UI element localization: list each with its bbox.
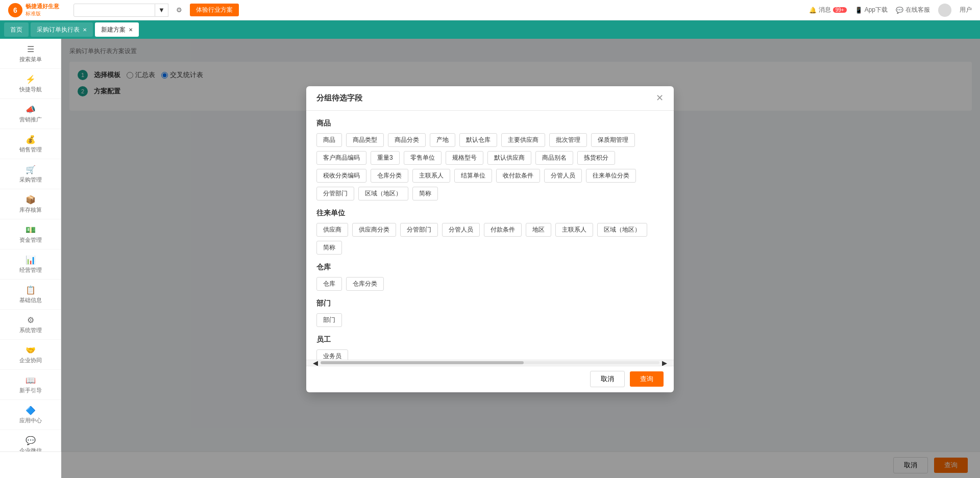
field-chip-1-4[interactable]: 付款条件 bbox=[484, 223, 522, 237]
scroll-thumb[interactable] bbox=[321, 361, 524, 364]
tab-new-plan[interactable]: 新建方案 ✕ bbox=[95, 22, 139, 37]
field-chip-0-6[interactable]: 批次管理 bbox=[549, 133, 587, 147]
notification-label: 消息 bbox=[819, 6, 831, 14]
tab-home[interactable]: 首页 bbox=[4, 22, 29, 37]
gear-button[interactable]: ⚙ bbox=[173, 4, 186, 17]
tab-new-plan-close[interactable]: ✕ bbox=[129, 27, 133, 33]
field-chip-0-5[interactable]: 主要供应商 bbox=[501, 133, 545, 147]
sidebar-item-12[interactable]: 🔷应用中心 bbox=[0, 400, 61, 430]
search-dropdown-button[interactable]: ▼ bbox=[155, 4, 168, 17]
field-chip-0-4[interactable]: 默认仓库 bbox=[459, 133, 497, 147]
field-section-title-1: 往来单位 bbox=[316, 209, 664, 218]
logo-area: 6 畅捷通好生意 标准版 bbox=[8, 3, 69, 17]
confirm-button[interactable]: 查询 bbox=[630, 371, 664, 387]
sidebar-item-3[interactable]: 💰销售管理 bbox=[0, 129, 61, 159]
sidebar-item-9[interactable]: ⚙系统管理 bbox=[0, 310, 61, 340]
field-chip-3-0[interactable]: 部门 bbox=[316, 313, 342, 327]
modal-header: 分组待选字段 ✕ bbox=[306, 86, 674, 111]
field-chip-0-21[interactable]: 往来单位分类 bbox=[586, 169, 636, 183]
modal-close-button[interactable]: ✕ bbox=[656, 92, 664, 104]
field-chip-0-1[interactable]: 商品类型 bbox=[346, 133, 384, 147]
field-chip-0-7[interactable]: 保质期管理 bbox=[591, 133, 635, 147]
tab-purchase-exec[interactable]: 采购订单执行表 ✕ bbox=[31, 22, 93, 37]
search-input[interactable] bbox=[74, 4, 155, 17]
tab-purchase-exec-label: 采购订单执行表 bbox=[37, 26, 80, 34]
field-chip-1-0[interactable]: 供应商 bbox=[316, 223, 348, 237]
sidebar-item-1[interactable]: ⚡快捷导航 bbox=[0, 69, 61, 99]
sidebar-item-10[interactable]: 🤝企业协同 bbox=[0, 340, 61, 370]
sidebar-item-11[interactable]: 📖新手引导 bbox=[0, 370, 61, 400]
field-chip-0-24[interactable]: 简称 bbox=[412, 187, 438, 200]
field-chip-2-0[interactable]: 仓库 bbox=[316, 277, 342, 291]
sidebar-label-12: 应用中心 bbox=[19, 417, 42, 424]
sidebar-item-5[interactable]: 📦库存核算 bbox=[0, 189, 61, 219]
field-chip-0-0[interactable]: 商品 bbox=[316, 133, 342, 147]
sidebar-icon-3: 💰 bbox=[26, 134, 36, 144]
header-search-area: ▼ bbox=[74, 4, 168, 17]
logo-sub: 标准版 bbox=[26, 10, 59, 17]
field-chip-0-18[interactable]: 结算单位 bbox=[454, 169, 492, 183]
field-chip-0-13[interactable]: 商品别名 bbox=[535, 151, 573, 165]
tab-new-plan-label: 新建方案 bbox=[101, 26, 126, 34]
field-chip-0-9[interactable]: 重量3 bbox=[371, 151, 400, 165]
field-chip-0-23[interactable]: 区域（地区） bbox=[358, 187, 408, 200]
field-chip-0-15[interactable]: 税收分类编码 bbox=[316, 169, 366, 183]
app-download-button[interactable]: 📱 App下载 bbox=[855, 6, 888, 14]
sidebar-icon-7: 📊 bbox=[26, 255, 36, 265]
sidebar-item-6[interactable]: 💵资金管理 bbox=[0, 219, 61, 249]
sidebar-item-8[interactable]: 📋基础信息 bbox=[0, 280, 61, 310]
sidebar-label-11: 新手引导 bbox=[19, 387, 42, 394]
sidebar-item-2[interactable]: 📣营销推广 bbox=[0, 99, 61, 129]
field-section-4: 员工业务员 bbox=[316, 335, 664, 360]
field-chip-1-2[interactable]: 分管部门 bbox=[400, 223, 438, 237]
sidebar-label-7: 经营管理 bbox=[19, 266, 42, 274]
sidebar-item-7[interactable]: 📊经营管理 bbox=[0, 249, 61, 280]
field-chips-1: 供应商供应商分类分管部门分管人员付款条件地区主联系人区域（地区）简称 bbox=[316, 223, 664, 255]
sidebar-icon-8: 📋 bbox=[26, 285, 36, 295]
field-chip-2-1[interactable]: 仓库分类 bbox=[346, 277, 384, 291]
avatar[interactable] bbox=[938, 4, 951, 17]
field-section-title-4: 员工 bbox=[316, 335, 664, 344]
scroll-left-button[interactable]: ◀ bbox=[310, 360, 321, 366]
field-chip-1-8[interactable]: 简称 bbox=[316, 241, 342, 255]
sidebar-icon-2: 📣 bbox=[26, 104, 36, 114]
field-chip-1-5[interactable]: 地区 bbox=[526, 223, 551, 237]
exp-btn[interactable]: 体验行业方案 bbox=[190, 4, 239, 16]
field-chip-0-19[interactable]: 收付款条件 bbox=[496, 169, 540, 183]
field-chip-0-2[interactable]: 商品分类 bbox=[388, 133, 426, 147]
sidebar-item-4[interactable]: 🛒采购管理 bbox=[0, 159, 61, 189]
sidebar-item-0[interactable]: ☰搜索菜单 bbox=[0, 39, 61, 69]
online-service-button[interactable]: 💬 在线客服 bbox=[896, 6, 930, 14]
field-chip-1-7[interactable]: 区域（地区） bbox=[597, 223, 647, 237]
field-chip-1-6[interactable]: 主联系人 bbox=[555, 223, 593, 237]
tab-home-label: 首页 bbox=[10, 26, 22, 34]
modal-footer: 取消 查询 bbox=[306, 366, 674, 392]
cancel-button[interactable]: 取消 bbox=[590, 371, 625, 387]
sidebar-label-9: 系统管理 bbox=[19, 326, 42, 334]
field-chip-4-0[interactable]: 业务员 bbox=[316, 349, 348, 360]
scroll-right-button[interactable]: ▶ bbox=[659, 360, 670, 366]
scroll-track bbox=[321, 361, 659, 364]
field-chip-0-12[interactable]: 默认供应商 bbox=[487, 151, 531, 165]
field-chip-0-11[interactable]: 规格型号 bbox=[446, 151, 483, 165]
field-chip-1-1[interactable]: 供应商分类 bbox=[352, 223, 396, 237]
sidebar-icon-6: 💵 bbox=[26, 224, 36, 235]
field-chip-0-17[interactable]: 主联系人 bbox=[412, 169, 450, 183]
field-chip-1-3[interactable]: 分管人员 bbox=[442, 223, 480, 237]
app-download-icon: 📱 bbox=[855, 7, 863, 14]
field-chip-0-22[interactable]: 分管部门 bbox=[316, 187, 354, 200]
field-chip-0-3[interactable]: 产地 bbox=[430, 133, 455, 147]
tab-bar: 首页 采购订单执行表 ✕ 新建方案 ✕ bbox=[0, 20, 980, 39]
field-section-title-0: 商品 bbox=[316, 119, 664, 128]
field-chip-0-8[interactable]: 客户商品编码 bbox=[316, 151, 366, 165]
sidebar-icon-4: 🛒 bbox=[26, 164, 36, 174]
field-chip-0-20[interactable]: 分管人员 bbox=[544, 169, 582, 183]
tab-purchase-exec-close[interactable]: ✕ bbox=[83, 27, 87, 33]
notification-button[interactable]: 🔔 消息 99+ bbox=[809, 6, 847, 14]
field-chip-0-14[interactable]: 拣货积分 bbox=[577, 151, 615, 165]
field-chip-0-16[interactable]: 仓库分类 bbox=[371, 169, 408, 183]
sidebar-icon-5: 📦 bbox=[26, 194, 36, 205]
field-chip-0-10[interactable]: 零售单位 bbox=[404, 151, 442, 165]
field-section-title-2: 仓库 bbox=[316, 263, 664, 272]
modal-scrollbar[interactable]: ◀ ▶ bbox=[306, 360, 674, 366]
